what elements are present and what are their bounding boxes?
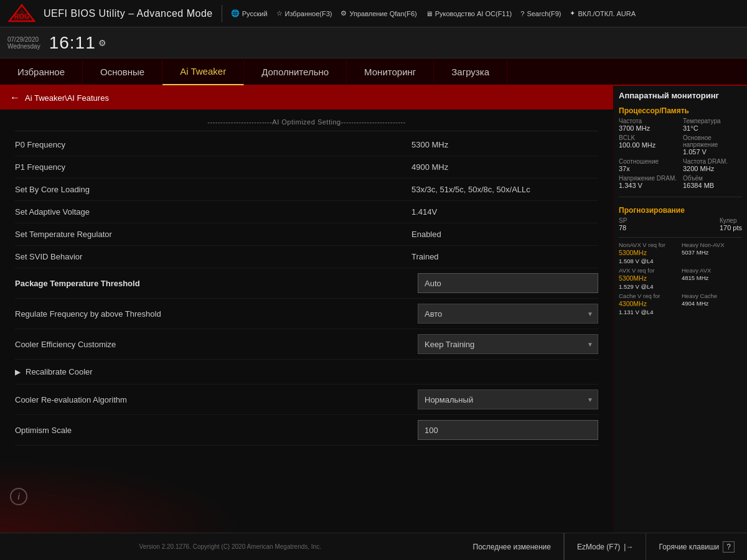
main-panel: ← Ai Tweaker\AI Features ---------------… — [0, 86, 613, 533]
adaptive-voltage-value: 1.414V — [411, 207, 598, 217]
search-icon: ? — [520, 10, 524, 17]
info-button[interactable]: i — [10, 488, 27, 505]
freq-value: 3700 MHz — [619, 124, 678, 132]
last-change-text: Последнее изменение — [461, 533, 564, 561]
setting-row-adaptive-voltage: Set Adaptive Voltage 1.414V — [15, 201, 598, 223]
temp-col: Температура 31°C — [683, 118, 742, 132]
topbar-aura[interactable]: ✦ ВКЛ./ОТКЛ. AURA — [570, 9, 636, 17]
time-display: 16:11 — [49, 33, 96, 53]
topbar-search[interactable]: ? Search(F9) — [520, 10, 561, 17]
sp-col: SP 78 — [619, 217, 627, 231]
version-text: Version 2.20.1276. Copyright (C) 2020 Am… — [0, 543, 461, 550]
temp-regulator-value: Enabled — [411, 230, 598, 239]
pkg-temp-input[interactable] — [418, 273, 598, 293]
p1-freq-value: 4900 MHz — [411, 162, 598, 172]
hw-divider-2 — [619, 237, 742, 238]
right-panel: Аппаратный мониторинг Процессор/Память Ч… — [613, 86, 747, 533]
setting-row-svid-behavior: Set SVID Behavior Trained — [15, 246, 598, 268]
topbar-favorites[interactable]: ☆ Избранное(F3) — [276, 9, 332, 17]
forecast-label: Прогнозирование — [619, 206, 742, 215]
cooler-col: Кулер 170 pts — [720, 217, 742, 231]
star-icon: ☆ — [276, 9, 283, 17]
hw-divider — [619, 197, 742, 197]
breadcrumb-arrow: ← — [10, 92, 20, 103]
aura-icon: ✦ — [570, 9, 575, 17]
main-nav: Избранное Основные Ai Tweaker Дополнител… — [0, 58, 747, 86]
ezmode-button[interactable]: EzMode (F7) |→ — [564, 533, 646, 561]
nav-item-monitoring[interactable]: Мониторинг — [347, 58, 434, 85]
bottom-bar: Version 2.20.1276. Copyright (C) 2020 Am… — [0, 533, 747, 560]
setting-row-pkg-temp: Package Temperature Threshold — [15, 268, 598, 299]
hw-monitor-title: Аппаратный мониторинг — [619, 91, 742, 100]
nav-item-main[interactable]: Основные — [83, 58, 162, 85]
cache-row: Cache V req for 4300MHz 1.131 V @L4 Heav… — [619, 292, 742, 315]
heavy-cache-col: Heavy Cache 4904 MHz — [682, 292, 742, 315]
sp-value: 78 — [619, 224, 627, 231]
hotkeys-button[interactable]: Горячие клавиши ? — [646, 533, 747, 561]
rog-logo: ROG — [6, 2, 37, 25]
bottom-actions: Последнее изменение EzMode (F7) |→ Горяч… — [461, 533, 747, 561]
bclk-value: 100.00 MHz — [619, 141, 678, 149]
cache-req-col: Cache V req for 4300MHz 1.131 V @L4 — [619, 292, 679, 315]
topbar-qfan[interactable]: ⚙ Управление Qfan(F6) — [341, 9, 416, 17]
hotkeys-icon: ? — [723, 541, 735, 553]
nav-item-ai-tweaker[interactable]: Ai Tweaker — [162, 58, 244, 85]
nonavx-row: NonAVX V req for 5300MHz 1.508 V @L4 Hea… — [619, 241, 742, 264]
cache-req-label: Cache V req for 4300MHz — [619, 292, 679, 309]
p1-freq-label: P1 Frequency — [15, 162, 65, 172]
setting-row-p1-freq: P1 Frequency 4900 MHz — [15, 156, 598, 179]
gear-icon[interactable]: ⚙ — [98, 38, 106, 48]
date-time-block: 07/29/2020 Wednesday — [7, 36, 40, 50]
setting-row-optimism-scale: Optimism Scale — [15, 415, 598, 446]
breadcrumb: ← Ai Tweaker\AI Features — [0, 86, 613, 110]
dram-voltage-col: Напряжение DRAM. 1.343 V — [619, 175, 678, 189]
cache-req-value: 1.131 V @L4 — [619, 309, 679, 315]
freq-label: Частота 3700 MHz — [619, 118, 678, 132]
regulate-freq-select[interactable]: Авто Enabled Disabled — [418, 304, 598, 324]
globe-icon: 🌐 — [231, 9, 240, 17]
cooler-algo-label: Cooler Re-evaluation Algorithm — [15, 395, 127, 404]
recalibrate-row[interactable]: ▶ Recalibrate Cooler — [15, 360, 598, 385]
setting-row-p0-freq: P0 Frequency 5300 MHz — [15, 134, 598, 156]
optimism-scale-label: Optimism Scale — [15, 426, 72, 435]
sp-cooler-row: SP 78 Кулер 170 pts — [619, 217, 742, 231]
ratio-col: Соотношение 37x — [619, 158, 678, 172]
datetime-bar: 07/29/2020 Wednesday 16:11 ⚙ — [0, 27, 747, 58]
avx-req-label: AVX V req for 5300MHz — [619, 267, 679, 283]
nav-item-boot[interactable]: Загрузка — [434, 58, 507, 85]
nav-item-advanced[interactable]: Дополнительно — [244, 58, 347, 85]
nonavx-req-label: NonAVX V req for 5300MHz — [619, 241, 679, 258]
setting-row-cooler-efficiency: Cooler Efficiency Customize Keep Trainin… — [15, 329, 598, 360]
aioc-icon: 🖥 — [426, 10, 433, 17]
nav-item-favorites[interactable]: Избранное — [0, 58, 83, 85]
cooler-efficiency-select[interactable]: Keep Training Customize — [418, 334, 598, 354]
core-loading-label: Set By Core Loading — [15, 185, 90, 194]
regulate-freq-label: Regulate Frequency by above Threshold — [15, 309, 161, 319]
nonavx-req-value: 1.508 V @L4 — [619, 258, 679, 264]
heavy-avx-value: 4815 MHz — [682, 274, 742, 281]
core-loading-value: 53x/3c, 51x/5c, 50x/8c, 50x/ALLc — [411, 185, 598, 194]
svid-behavior-label: Set SVID Behavior — [15, 252, 82, 261]
topbar: ROG UEFI BIOS Utility – Advanced Mode 🌐 … — [0, 0, 747, 27]
cooler-algo-select[interactable]: Нормальный Aggressive — [418, 390, 598, 409]
cpu-memory-label: Процессор/Память — [619, 106, 742, 115]
section-header: -------------------------AI Optimized Se… — [15, 110, 598, 131]
adaptive-voltage-label: Set Adaptive Voltage — [15, 207, 90, 217]
topbar-aioc[interactable]: 🖥 Руководство AI OC(F11) — [426, 10, 512, 17]
cooler-efficiency-select-wrapper: Keep Training Customize — [418, 334, 598, 354]
avx-req-col: AVX V req for 5300MHz 1.529 V @L4 — [619, 267, 679, 290]
ratio-value: 37x — [619, 165, 678, 172]
optimism-scale-input[interactable] — [418, 420, 598, 440]
topbar-language[interactable]: 🌐 Русский — [231, 9, 268, 17]
breadcrumb-text: Ai Tweaker\AI Features — [25, 93, 109, 103]
bclk-col: BCLK 100.00 MHz — [619, 134, 678, 156]
setting-row-cooler-algo: Cooler Re-evaluation Algorithm Нормальны… — [15, 385, 598, 415]
settings-content: -------------------------AI Optimized Se… — [0, 110, 613, 533]
recalibrate-arrow: ▶ — [15, 368, 21, 376]
app-title: UEFI BIOS Utility – Advanced Mode — [44, 8, 213, 19]
heavy-nonavx-col: Heavy Non-AVX 5037 MHz — [682, 241, 742, 264]
nonavx-req-col: NonAVX V req for 5300MHz 1.508 V @L4 — [619, 241, 679, 264]
temp-regulator-label: Set Temperature Regulator — [15, 230, 112, 239]
heavy-cache-value: 4904 MHz — [682, 300, 742, 307]
cooler-algo-select-wrapper: Нормальный Aggressive — [418, 390, 598, 409]
